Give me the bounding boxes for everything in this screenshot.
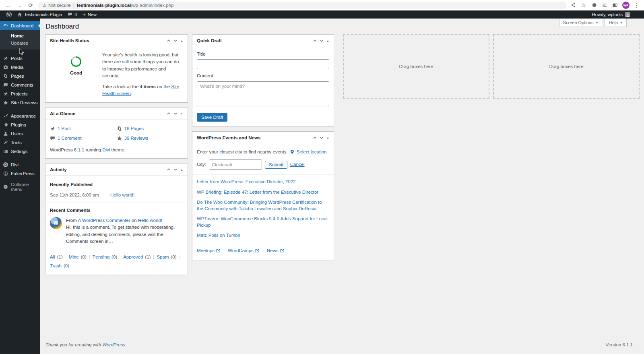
comment-author-link[interactable]: A WordPress Commenter xyxy=(78,218,130,223)
toggle-panel-icon[interactable]: ▲ xyxy=(180,168,183,171)
bookmark-star-icon[interactable]: ☆ xyxy=(580,2,587,8)
toggle-panel-icon[interactable]: ▲ xyxy=(326,136,329,139)
draft-content-textarea[interactable] xyxy=(197,81,329,106)
submenu-item-home[interactable]: Home xyxy=(0,32,40,39)
not-secure-label: Not secure xyxy=(48,3,71,8)
sidebar-item-label: Posts xyxy=(11,56,23,61)
visit-site-link[interactable]: Testimonials Plugin xyxy=(14,10,65,19)
divi-icon: D xyxy=(3,162,8,167)
filter-pending-link[interactable]: Pending xyxy=(93,254,109,261)
filter-trash-link[interactable]: Trash xyxy=(50,263,62,269)
select-location-link[interactable]: Select location xyxy=(297,149,327,155)
draft-title-input[interactable] xyxy=(197,59,329,69)
browser-reload-button[interactable]: ⟳ xyxy=(27,1,35,9)
theme-link[interactable]: Divi xyxy=(102,147,110,152)
news-item-link[interactable]: WPTavern: WooCommerce Blocks 9.4.0 Adds … xyxy=(197,216,329,228)
sidebar-item-appearance[interactable]: Appearance xyxy=(0,112,40,120)
widget-header: Activity ▲ xyxy=(45,164,188,176)
new-content-menu[interactable]: + New xyxy=(80,10,99,19)
wordcamps-link[interactable]: WordCamps xyxy=(228,247,259,254)
wordpress-link[interactable]: WordPress xyxy=(102,342,125,347)
widget-drop-zone[interactable]: Drag boxes here xyxy=(493,34,640,99)
draft-title-label: Title xyxy=(197,51,329,58)
glance-reviews-link[interactable]: 39 Reviews xyxy=(124,135,148,142)
news-item-link[interactable]: Do The Woo Community: Bringing WordPress… xyxy=(197,199,329,212)
fakerpress-icon xyxy=(3,171,8,176)
share-icon[interactable] xyxy=(570,2,576,8)
move-up-icon[interactable] xyxy=(167,39,171,43)
browser-forward-button[interactable]: → xyxy=(15,1,23,9)
toggle-panel-icon[interactable]: ▲ xyxy=(326,39,329,42)
toggle-panel-icon[interactable]: ▲ xyxy=(180,112,183,115)
reading-list-icon[interactable] xyxy=(601,2,608,8)
browser-profile-avatar[interactable]: WP xyxy=(622,2,630,9)
glance-posts-link[interactable]: 1 Post xyxy=(58,125,71,132)
divider xyxy=(180,255,180,259)
wp-logo-menu[interactable]: W xyxy=(3,10,14,19)
move-down-icon[interactable] xyxy=(173,168,178,172)
sidebar-item-settings[interactable]: Settings xyxy=(0,147,40,156)
news-list: Letter from WordPress’ Executive Directo… xyxy=(192,174,334,239)
sidebar-item-posts[interactable]: Posts xyxy=(0,54,40,63)
news-item-link[interactable]: Letter from WordPress’ Executive Directo… xyxy=(197,179,329,185)
extensions-puzzle-icon[interactable] xyxy=(591,2,597,8)
camera-icon xyxy=(3,65,8,70)
account-menu[interactable]: Howdy, wptools xyxy=(592,12,644,17)
sidebar-item-comments[interactable]: Comments xyxy=(0,81,40,89)
filter-spam-link[interactable]: Spam xyxy=(157,254,169,261)
move-up-icon[interactable] xyxy=(167,168,171,172)
sidebar-item-projects[interactable]: Projects xyxy=(0,89,40,98)
glance-comments-link[interactable]: 1 Comment xyxy=(58,135,81,142)
side-panel-icon[interactable] xyxy=(612,2,618,8)
news-link[interactable]: News xyxy=(267,247,284,254)
sidebar-item-label: Comments xyxy=(11,83,33,87)
sidebar-item-media[interactable]: Media xyxy=(0,63,40,72)
address-bar[interactable]: ⚠ Not secure testimonials-plugin.local/w… xyxy=(38,2,567,9)
sidebar-item-pages[interactable]: Pages xyxy=(0,72,40,81)
sidebar-item-site-reviews[interactable]: Site Reviews xyxy=(0,98,40,107)
comment-row: W From A WordPress Commenter on Hello wo… xyxy=(50,217,183,245)
glance-pages-link[interactable]: 18 Pages xyxy=(124,125,144,132)
cancel-link[interactable]: Cancel xyxy=(290,161,305,168)
move-down-icon[interactable] xyxy=(173,39,178,43)
move-down-icon[interactable] xyxy=(173,112,178,116)
move-down-icon[interactable] xyxy=(320,39,324,43)
meetups-link[interactable]: Meetups xyxy=(197,247,220,254)
collapse-menu-button[interactable]: Collapse menu xyxy=(0,182,40,191)
sidebar-item-fakerpress[interactable]: FakerPress xyxy=(0,169,40,178)
not-secure-badge[interactable]: ⚠ Not secure xyxy=(43,3,70,8)
browser-menu-kebab-icon[interactable]: ⋮ xyxy=(634,2,640,8)
widget-title: Activity xyxy=(50,167,67,172)
divider xyxy=(263,248,263,253)
sidebar-item-divi[interactable]: D Divi xyxy=(0,160,40,169)
external-link-icon xyxy=(280,248,284,253)
screen-options-button[interactable]: Screen Options ▼ xyxy=(559,19,603,27)
widget-drop-zone[interactable]: Drag boxes here xyxy=(343,34,489,99)
comments-shortcut[interactable]: 0 xyxy=(65,10,80,19)
sidebar-item-dashboard[interactable]: Dashboard xyxy=(0,21,40,30)
city-input[interactable] xyxy=(209,159,262,170)
move-up-icon[interactable] xyxy=(313,136,317,140)
sidebar-item-tools[interactable]: Tools xyxy=(0,138,40,147)
toggle-panel-icon[interactable]: ▲ xyxy=(180,39,183,42)
filter-all-link[interactable]: All xyxy=(50,254,55,261)
news-item-link[interactable]: Matt: Polls on Tumblr xyxy=(197,232,329,239)
wordpress-logo-icon: W xyxy=(6,12,12,17)
sidebar-item-plugins[interactable]: Plugins xyxy=(0,120,40,129)
submit-city-button[interactable]: Submit xyxy=(265,161,287,169)
sidebar-item-users[interactable]: Users xyxy=(0,129,40,138)
location-pin-icon xyxy=(290,149,295,154)
move-up-icon[interactable] xyxy=(313,39,317,43)
submenu-item-updates[interactable]: Updates xyxy=(0,39,40,47)
pushpin-icon xyxy=(50,126,55,131)
news-item-link[interactable]: WP Briefing: Episode 47: Letter from the… xyxy=(197,189,329,196)
browser-back-button[interactable]: ← xyxy=(4,1,12,9)
comment-post-link[interactable]: Hello world! xyxy=(138,218,162,223)
help-button[interactable]: Help ▼ xyxy=(605,19,627,27)
move-up-icon[interactable] xyxy=(167,112,171,116)
move-down-icon[interactable] xyxy=(320,136,324,140)
published-post-link[interactable]: Hello world! xyxy=(110,192,134,199)
filter-mine-link[interactable]: Mine xyxy=(69,254,79,261)
filter-approved-link[interactable]: Approved xyxy=(123,254,143,261)
save-draft-button[interactable]: Save Draft xyxy=(197,113,227,122)
